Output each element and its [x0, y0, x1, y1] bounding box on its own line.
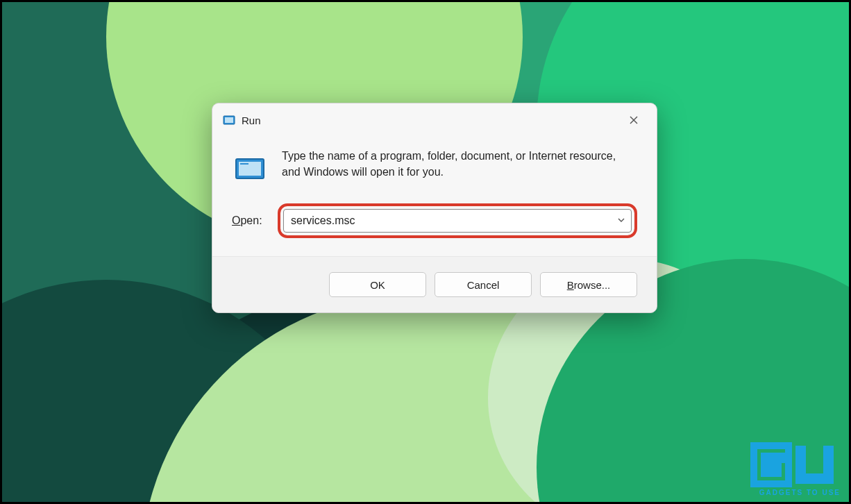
chevron-down-icon[interactable]: [617, 215, 625, 227]
ok-button[interactable]: OK: [329, 272, 426, 297]
cancel-button[interactable]: Cancel: [435, 272, 532, 297]
watermark: GADGETS TO USE: [750, 439, 841, 496]
desktop-background: Run Type the name of a program, folder, …: [0, 0, 851, 504]
close-icon: [629, 115, 639, 125]
dialog-description: Type the name of a program, folder, docu…: [282, 148, 637, 180]
run-dialog: Run Type the name of a program, folder, …: [212, 103, 657, 313]
open-combobox[interactable]: services.msc: [283, 209, 632, 233]
dialog-body: Type the name of a program, folder, docu…: [212, 135, 657, 192]
watermark-text: GADGETS TO USE: [750, 489, 841, 496]
run-app-icon: [222, 113, 236, 127]
close-button[interactable]: [619, 110, 648, 130]
svg-rect-6: [240, 163, 248, 165]
open-row: Open: services.msc: [212, 192, 657, 244]
browse-button[interactable]: Browse...: [540, 272, 637, 297]
titlebar[interactable]: Run: [212, 103, 657, 135]
watermark-logo: [750, 439, 841, 487]
svg-rect-1: [225, 117, 233, 123]
open-input-highlight: services.msc: [278, 203, 637, 238]
dialog-buttons: OK Cancel Browse...: [212, 256, 657, 312]
dialog-title: Run: [242, 115, 614, 126]
open-label: Open:: [232, 215, 267, 227]
run-large-icon: [232, 151, 268, 187]
open-input-value: services.msc: [291, 215, 355, 227]
